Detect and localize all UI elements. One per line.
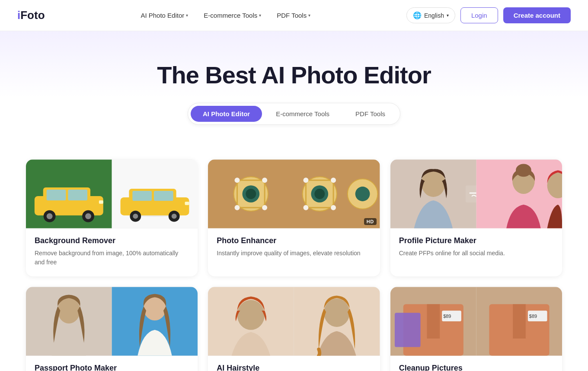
card-background-remover[interactable]: Background Remover Remove background fro…	[26, 159, 198, 276]
svg-point-26	[246, 189, 256, 199]
svg-rect-58	[427, 304, 440, 339]
cards-grid: Background Remover Remove background fro…	[26, 159, 562, 371]
tab-ecommerce-tools[interactable]: E-commerce Tools	[264, 106, 342, 122]
tab-pdf-tools[interactable]: PDF Tools	[343, 106, 397, 122]
svg-point-37	[304, 205, 309, 210]
cards-section: Background Remover Remove background fro…	[0, 142, 588, 371]
card-image-passport-photo-maker	[26, 287, 198, 356]
card-body-photo-enhancer: Photo Enhancer Instantly improve quality…	[208, 228, 380, 267]
svg-point-38	[331, 205, 336, 210]
svg-point-30	[262, 205, 267, 210]
svg-point-40	[355, 187, 370, 202]
svg-point-7	[47, 213, 53, 219]
card-passport-photo-maker[interactable]: Passport Photo Maker	[26, 287, 198, 371]
svg-point-53	[237, 300, 265, 330]
hero-section: The Best AI Photo Editor AI Photo Editor…	[0, 31, 588, 142]
card-body-background-remover: Background Remover Remove background fro…	[26, 228, 198, 276]
card-title-background-remover: Background Remover	[35, 236, 189, 245]
card-title-profile-picture-maker: Profile Picture Maker	[399, 236, 553, 245]
nav-ai-photo-editor[interactable]: AI Photo Editor ▾	[134, 8, 194, 22]
svg-rect-4	[47, 190, 66, 200]
card-profile-picture-maker[interactable]: Profile Picture Maker Create PFPs online…	[390, 159, 562, 276]
svg-point-27	[235, 178, 240, 183]
svg-point-55	[324, 299, 350, 327]
header-actions: 🌐 English ▾ Login Create account	[406, 7, 571, 23]
svg-point-34	[315, 189, 325, 199]
logo[interactable]: iFoto	[17, 9, 45, 22]
card-title-photo-enhancer: Photo Enhancer	[217, 236, 371, 245]
svg-point-20	[172, 214, 177, 219]
card-desc-photo-enhancer: Instantly improve quality of images, ele…	[217, 249, 371, 258]
svg-text:$89: $89	[529, 314, 537, 319]
chevron-down-icon: ▾	[186, 13, 188, 18]
card-title-passport-photo-maker: Passport Photo Maker	[35, 364, 189, 371]
card-body-profile-picture-maker: Profile Picture Maker Create PFPs online…	[390, 228, 562, 267]
chevron-down-icon: ▾	[308, 13, 310, 18]
create-account-button[interactable]: Create account	[503, 7, 571, 23]
login-button[interactable]: Login	[460, 7, 498, 23]
main-nav: AI Photo Editor ▾ E-commerce Tools ▾ PDF…	[134, 8, 316, 22]
tab-container: AI Photo Editor E-commerce Tools PDF Too…	[188, 103, 400, 125]
card-desc-background-remover: Remove background from image, 100% autom…	[35, 249, 189, 267]
card-desc-profile-picture-maker: Create PFPs online for all social media.	[399, 249, 553, 258]
card-title-ai-hairstyle: AI Hairstyle	[217, 364, 371, 371]
card-ai-hairstyle[interactable]: AI Hairstyle	[208, 287, 380, 371]
chevron-down-icon: ▾	[447, 13, 449, 18]
card-image-ai-hairstyle	[208, 287, 380, 356]
card-title-cleanup-pictures: Cleanup Pictures	[399, 364, 553, 371]
svg-point-49	[58, 298, 80, 324]
svg-point-9	[85, 213, 91, 219]
svg-point-28	[262, 178, 267, 183]
svg-rect-21	[185, 202, 189, 205]
language-selector[interactable]: 🌐 English ▾	[406, 7, 455, 23]
card-image-photo-enhancer: HD	[208, 159, 380, 228]
card-cleanup-pictures[interactable]: $89 $89 Cleanup Pictures	[390, 287, 562, 371]
nav-ecommerce-tools[interactable]: E-commerce Tools ▾	[198, 8, 267, 22]
tab-ai-photo-editor[interactable]: AI Photo Editor	[191, 106, 262, 122]
svg-point-36	[331, 178, 336, 183]
nav-pdf-tools[interactable]: PDF Tools ▾	[271, 8, 316, 22]
svg-rect-59	[395, 313, 421, 347]
svg-text:$89: $89	[443, 314, 451, 319]
svg-rect-64	[513, 304, 526, 339]
svg-point-29	[235, 205, 240, 210]
hd-badge: HD	[364, 218, 377, 225]
header: iFoto AI Photo Editor ▾ E-commerce Tools…	[0, 0, 588, 31]
svg-rect-15	[132, 191, 152, 201]
hero-title: The Best AI Photo Editor	[9, 61, 579, 89]
svg-rect-10	[99, 200, 103, 204]
card-body-passport-photo-maker: Passport Photo Maker	[26, 356, 198, 371]
language-label: English	[424, 12, 444, 19]
card-image-profile-picture-maker	[390, 159, 562, 228]
card-body-ai-hairstyle: AI Hairstyle	[208, 356, 380, 371]
card-image-cleanup-pictures: $89 $89	[390, 287, 562, 356]
globe-icon: 🌐	[413, 11, 422, 19]
card-image-background-remover	[26, 159, 198, 228]
logo-suffix: Foto	[20, 9, 45, 22]
chevron-down-icon: ▾	[259, 13, 261, 18]
svg-rect-5	[68, 190, 87, 200]
svg-rect-16	[154, 191, 173, 201]
svg-point-18	[133, 214, 138, 219]
card-photo-enhancer[interactable]: HD Photo Enhancer Instantly improve qual…	[208, 159, 380, 276]
tab-bar: AI Photo Editor E-commerce Tools PDF Too…	[9, 103, 579, 125]
card-body-cleanup-pictures: Cleanup Pictures	[390, 356, 562, 371]
svg-point-35	[304, 178, 309, 183]
